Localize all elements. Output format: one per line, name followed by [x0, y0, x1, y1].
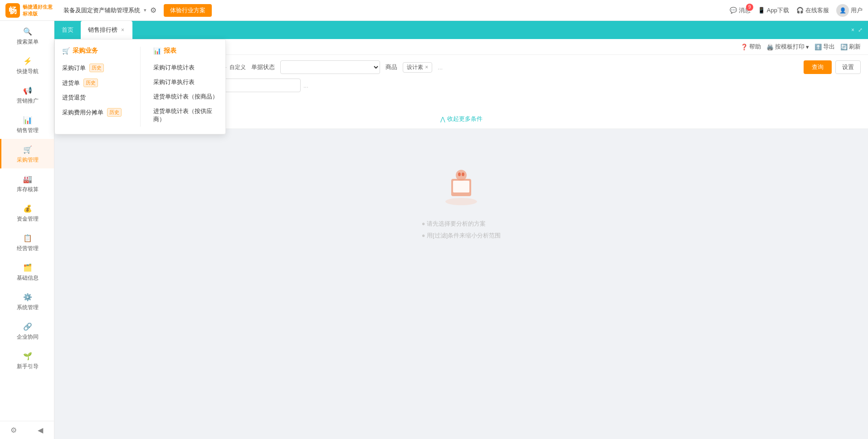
dropdown-item-incoming-supplier-report[interactable]: 进货单统计表（按供应商）	[153, 104, 219, 127]
sidebar-item-marketing[interactable]: 📢 营销推广	[0, 80, 54, 109]
sidebar-label-search: 搜索菜单	[17, 38, 39, 46]
order-status-label: 单据状态	[251, 63, 275, 71]
operation-icon: 📋	[23, 233, 33, 243]
system-title-chevron-icon[interactable]: ▾	[144, 7, 146, 13]
purchase-order-history-badge[interactable]: 历史	[89, 64, 104, 72]
goods-tag-remove-btn[interactable]: ×	[425, 64, 428, 70]
tab-close-btn[interactable]: ×	[120, 26, 125, 34]
incoming-goods-report-label: 进货单统计表（按商品）	[153, 93, 218, 101]
sidebar-item-system[interactable]: ⚙️ 系统管理	[0, 286, 54, 316]
setting-btn[interactable]: 设置	[835, 60, 861, 74]
sidebar-item-sales[interactable]: 📊 销售管理	[0, 109, 54, 139]
tab-bar: 首页 销售排行榜 × × ⤢	[54, 21, 868, 39]
sidebar-item-search[interactable]: 🔍 搜索菜单	[0, 21, 54, 50]
collapse-icon: ⋀	[440, 116, 445, 123]
online-service-btn[interactable]: 🎧 在线客服	[796, 6, 829, 15]
staff-more-btn[interactable]: ...	[303, 82, 308, 89]
print-btn[interactable]: 🖨️ 按模板打印 ▾	[766, 43, 809, 51]
dropdown-item-expense[interactable]: 采购费用分摊单 历史	[62, 105, 127, 120]
sidebar-label-purchase: 采购管理	[17, 156, 39, 164]
sidebar-label-basic-info: 基础信息	[17, 274, 39, 282]
industry-btn[interactable]: 体验行业方案	[164, 4, 212, 17]
tab-bar-maximize-btn[interactable]: ⤢	[858, 27, 863, 33]
message-icon: 💬	[730, 7, 737, 14]
sidebar-settings-btn[interactable]: ⚙	[0, 426, 27, 434]
purchase-order-label: 采购订单	[62, 64, 86, 72]
sidebar-label-sales: 销售管理	[17, 127, 39, 134]
sidebar-label-inventory: 库存核算	[17, 186, 39, 193]
tab-bar-right: × ⤢	[851, 27, 868, 33]
dropdown-item-return[interactable]: 进货退货	[62, 90, 127, 105]
tab-home-label: 首页	[62, 26, 73, 34]
purchase-order-exec-label: 采购订单执行表	[153, 78, 195, 86]
tab-sales-rank[interactable]: 销售排行榜 ×	[81, 21, 132, 39]
top-right-area: 💬 消息 9 📱 App下载 🎧 在线客服 👤 用户	[730, 4, 863, 17]
refresh-btn[interactable]: 🔄 刷新	[840, 43, 861, 51]
sidebar-label-finance: 资金管理	[17, 215, 39, 223]
print-chevron-icon: ▾	[806, 44, 809, 50]
order-status-select[interactable]	[280, 60, 380, 74]
user-btn[interactable]: 👤 用户	[836, 4, 863, 17]
tab-sales-rank-label: 销售排行榜	[88, 26, 117, 34]
print-icon: 🖨️	[766, 44, 774, 50]
expense-history-badge[interactable]: 历史	[107, 108, 122, 117]
help-icon: ❓	[741, 44, 748, 50]
basic-info-icon: 🗂️	[23, 262, 33, 272]
return-label: 进货退货	[62, 94, 86, 102]
headset-icon: 🎧	[796, 7, 804, 14]
dropdown-item-purchase-order[interactable]: 采购订单 历史	[62, 60, 127, 75]
query-btn[interactable]: 查询	[804, 60, 832, 74]
sidebar-label-guide: 新手引导	[17, 363, 39, 370]
logo-text: 畅捷通好生意 标准版	[23, 4, 53, 17]
dropdown-item-purchase-order-report[interactable]: 采购订单统计表	[153, 60, 219, 75]
goods-more-btn[interactable]: ...	[438, 64, 443, 71]
goods-tag: 设计素 ×	[403, 62, 432, 73]
system-settings-icon[interactable]: ⚙	[150, 6, 156, 15]
message-badge: 9	[746, 4, 753, 11]
sidebar-label-quick-nav: 快捷导航	[17, 68, 39, 75]
message-btn[interactable]: 💬 消息 9	[730, 6, 751, 15]
help-btn[interactable]: ❓ 帮助	[741, 43, 761, 51]
svg-point-4	[458, 173, 461, 176]
sidebar-item-basic-info[interactable]: 🗂️ 基础信息	[0, 257, 54, 286]
incoming-history-badge[interactable]: 历史	[83, 79, 98, 87]
expense-label: 采购费用分摊单	[62, 109, 103, 117]
app-download-btn[interactable]: 📱 App下载	[758, 6, 789, 15]
custom-date-btn[interactable]: 自定义	[229, 64, 246, 71]
export-icon: ⬆️	[814, 44, 822, 50]
sidebar-item-operation[interactable]: 📋 经营管理	[0, 227, 54, 257]
sidebar-item-guide[interactable]: 🌱 新手引导	[0, 345, 54, 375]
sidebar-item-inventory[interactable]: 🏭 库存核算	[0, 168, 54, 198]
system-title-area: 装备及固定资产辅助管理系统 ▾ ⚙ 体验行业方案	[60, 4, 730, 17]
sidebar-label-collaboration: 企业协同	[17, 333, 39, 341]
dropdown-item-incoming-goods-report[interactable]: 进货单统计表（按商品）	[153, 89, 219, 104]
sidebar-bottom: ⚙ ◀	[0, 421, 54, 439]
empty-tips: 请先选择要分析的方案 用[过滤]条件来缩小分析范围	[422, 218, 501, 242]
dropdown-col-report: 📊 报表 采购订单统计表 采购订单执行表 进货单统计表（按商品） 进货单统计表（…	[153, 47, 219, 127]
search-icon: 🔍	[23, 26, 33, 36]
goods-tag-text: 设计素	[407, 64, 423, 71]
purchase-dropdown-menu: 🛒 采购业务 采购订单 历史 进货单 历史 进货退货 采购费用分摊单 历史 📊 …	[54, 39, 226, 134]
report-icon: 📊	[153, 47, 161, 54]
dropdown-item-purchase-order-exec[interactable]: 采购订单执行表	[153, 75, 219, 89]
avatar: 👤	[836, 4, 849, 17]
sidebar-label-system: 系统管理	[17, 304, 39, 311]
sidebar-item-finance[interactable]: 💰 资金管理	[0, 198, 54, 227]
purchase-business-icon: 🛒	[62, 47, 70, 54]
dropdown-col-title-report: 📊 报表	[153, 47, 219, 55]
sidebar-item-quick-nav[interactable]: ⚡ 快捷导航	[0, 50, 54, 80]
tab-home[interactable]: 首页	[54, 21, 81, 39]
guide-icon: 🌱	[23, 351, 33, 361]
refresh-icon: 🔄	[840, 44, 848, 50]
system-icon: ⚙️	[23, 292, 33, 302]
sidebar-collapse-btn[interactable]: ◀	[27, 426, 54, 434]
quick-nav-icon: ⚡	[23, 56, 33, 66]
sidebar-item-purchase[interactable]: 🛒 采购管理	[0, 139, 54, 168]
staff-input[interactable]	[219, 79, 301, 92]
tab-bar-close-btn[interactable]: ×	[851, 27, 854, 33]
dropdown-item-incoming[interactable]: 进货单 历史	[62, 75, 127, 90]
logo-icon: 畅	[5, 3, 20, 18]
export-btn[interactable]: ⬆️ 导出	[814, 43, 835, 51]
sidebar-item-collaboration[interactable]: 🔗 企业协同	[0, 316, 54, 345]
collapse-btn[interactable]: ⋀ 收起更多条件	[440, 115, 483, 123]
